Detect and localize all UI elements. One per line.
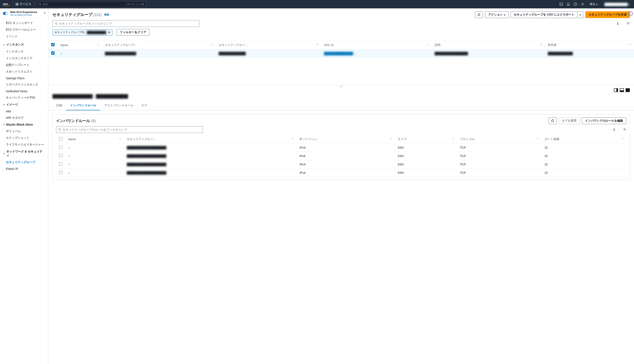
sidebar-item[interactable]: EC2 ダッシュボード [0,20,48,26]
layout-bottom-button[interactable] [620,88,624,92]
sort-icon[interactable]: ▽ [622,137,623,140]
prev-page[interactable]: 〈 [611,22,614,25]
table-row[interactable]: –███████████████████IPv4SSHTCP22 [56,160,626,168]
column-header[interactable]: Name▽ [65,135,124,144]
table-row[interactable]: –███████████████████IPv4SSHTCP22 [56,144,626,152]
global-search[interactable]: [オプション+S] [37,1,146,7]
export-csv-dropdown[interactable] [577,11,583,18]
sidebar-item[interactable]: リザーブドインスタンス [0,81,48,88]
aws-logo[interactable]: aws [3,2,11,6]
region-selector[interactable]: 東京 [588,2,599,6]
toggle-switch[interactable] [3,12,8,15]
sidebar-item[interactable]: AMI カタログ [0,114,48,121]
column-header[interactable]: IP バージョン▽ [296,135,395,144]
sort-icon[interactable]: ▽ [211,43,213,46]
account-selector[interactable]: ████████████ [603,3,631,6]
tab[interactable]: アウトバウンドルール [100,101,137,110]
cloudshell-icon[interactable] [559,2,563,6]
services-menu[interactable]: サービス [13,0,34,8]
column-header[interactable]: 所有者▽ [545,41,634,49]
table-settings[interactable] [626,22,630,26]
sidebar-item[interactable]: スポットリクエスト [0,68,48,75]
sort-icon[interactable]: ▽ [629,43,631,46]
cell-sgr-id[interactable]: ███████████████████ [127,163,166,166]
select-all-checkbox[interactable] [59,137,62,140]
sidebar-item[interactable]: イベント [0,33,48,40]
sidebar-item[interactable]: AMI [0,108,48,114]
row-checkbox[interactable] [59,162,62,166]
table-row[interactable]: –███████████████████IPv4SSHTCP22 [56,168,626,177]
sidebar-item[interactable]: インスタンス [0,48,48,55]
cell-vpc-id[interactable]: ██████████████ [324,52,353,55]
filter-chip[interactable]: セキュリティグループ名: ██████████ ✕ [53,29,113,36]
sort-icon[interactable]: ▽ [537,137,539,140]
cell-sgr-id[interactable]: ███████████████████ [127,171,166,174]
next-page[interactable]: 〉 [621,22,624,25]
sort-icon[interactable]: ▽ [97,44,99,46]
column-header[interactable]: タイプ▽ [395,135,457,144]
column-header[interactable]: セキュリティグループ...▽ [102,41,216,49]
row-checkbox[interactable] [59,146,62,149]
inbound-refresh-button[interactable] [549,118,556,124]
inbound-filter-search[interactable] [56,126,203,133]
sort-icon[interactable]: ▽ [316,43,318,46]
export-csv-button[interactable]: セキュリティグループを CSV にエクスポート [511,11,577,18]
sort-icon[interactable]: ▽ [452,137,454,140]
column-header[interactable]: 説明▽ [432,41,545,49]
row-checkbox[interactable] [51,51,55,55]
sidebar-item[interactable]: ボリューム [0,128,48,134]
help-panel-toggle[interactable]: i [628,11,633,16]
sidebar-item[interactable]: キャパシティーの予約 [0,94,48,101]
filter-input[interactable] [59,22,197,25]
sidebar-section-header[interactable]: ▼インスタンス [0,41,48,48]
info-link[interactable]: 情報 [104,13,109,16]
row-checkbox[interactable] [59,154,62,157]
sort-icon[interactable]: ▽ [292,137,293,140]
column-header[interactable]: プロトコル▽ [457,135,542,144]
table-row[interactable]: –███████████████████IPv4SSHTCP22 [56,152,626,160]
help-icon[interactable]: ? [574,2,577,6]
manage-tags-button[interactable]: タグを管理 [559,118,580,124]
column-header[interactable]: VPC ID▽ [321,41,432,49]
cell-sgr-id[interactable]: ███████████████████ [127,146,166,149]
sort-icon[interactable]: ▽ [540,43,542,46]
filter-search[interactable] [53,20,199,27]
experience-subtitle[interactable]: Tell us what you think [10,14,37,16]
sidebar-item[interactable]: ライフサイクルマネージャー [0,141,48,148]
sidebar-section-header[interactable]: ▼イメージ [0,101,48,108]
table-row[interactable]: – ███████████████ █████████████ ████████… [48,49,634,58]
close-icon[interactable]: ✕ [44,11,46,15]
create-security-group-button[interactable]: セキュリティグループを作成 [585,11,630,18]
tab[interactable]: インバウンドルール [66,101,100,110]
inbound-prev-page[interactable]: 〈 [608,128,611,132]
sidebar-item[interactable]: Savings Plans [0,75,48,81]
clear-filters-button[interactable]: フィルターをクリア [117,29,149,36]
column-header[interactable]: セキュリティグルー...▽ [216,41,321,49]
sidebar-item[interactable]: Elastic IP [0,166,48,172]
sidebar-item[interactable]: スナップショット [0,134,48,141]
notifications-icon[interactable] [567,2,570,6]
row-checkbox[interactable] [59,171,62,174]
inbound-table-settings[interactable] [623,128,626,132]
sidebar-section-header[interactable]: ▼Elastic Block Store [0,121,48,128]
actions-button[interactable]: アクション [485,11,508,18]
sidebar-item[interactable]: インスタンスタイプ [0,55,48,62]
tab[interactable]: 詳細 [53,101,66,110]
sidebar-item[interactable]: EC2 グローバルビュー [0,26,48,33]
sort-icon[interactable]: ▽ [119,138,121,140]
remove-filter-icon[interactable]: ✕ [108,30,111,34]
tab[interactable]: タグ [137,101,151,110]
cell-sgr-id[interactable]: ███████████████████ [127,154,166,158]
global-search-input[interactable] [43,3,127,6]
select-all-checkbox[interactable] [51,43,55,46]
column-header[interactable]: ポート範囲▽ [542,135,626,144]
sort-icon[interactable]: ▽ [390,137,392,140]
column-header[interactable]: セキュリティグルー...▽ [124,135,296,144]
sidebar-item[interactable]: セキュリティグループ [0,159,48,166]
edit-inbound-rules-button[interactable]: インバウンドのルールを編集 [582,118,626,124]
layout-side-button[interactable] [614,88,618,92]
sidebar-item[interactable]: Dedicated Hosts [0,88,48,94]
layout-full-button[interactable] [625,88,630,92]
sidebar-item[interactable]: 起動テンプレート [0,62,48,68]
settings-icon[interactable] [581,2,584,6]
